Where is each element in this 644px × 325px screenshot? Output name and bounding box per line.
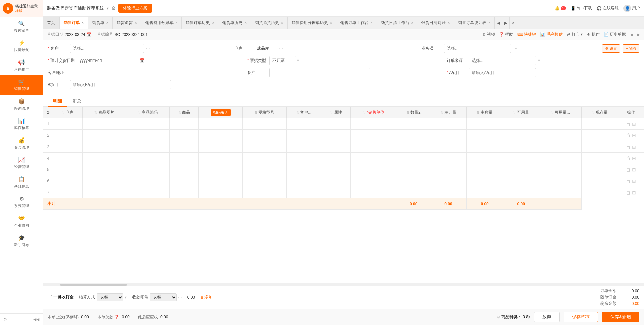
table-cell[interactable] [397, 141, 430, 153]
tab-首页[interactable]: 首页 [43, 17, 60, 29]
table-cell[interactable] [321, 118, 351, 130]
table-cell[interactable] [243, 187, 287, 198]
sidebar-collapse-icon[interactable]: ◀◀ [33, 317, 39, 322]
table-cell[interactable] [53, 118, 83, 130]
table-cell[interactable] [286, 118, 321, 130]
tab-销售订单历史[interactable]: 销售订单历史× [182, 17, 218, 29]
table-cell[interactable] [126, 153, 170, 164]
order-source-input[interactable] [469, 56, 536, 65]
detail-tab-汇总[interactable]: 汇总 [67, 96, 87, 107]
delete-icon[interactable]: 🗑 [626, 178, 631, 184]
table-cell[interactable] [169, 164, 199, 175]
sidebar-item-资金管理[interactable]: 💰 资金管理 [0, 134, 43, 153]
tab-next-btn[interactable]: ▶ [502, 17, 509, 29]
table-cell[interactable] [126, 118, 170, 130]
toolbar-next-btn[interactable]: ▶ [637, 32, 640, 37]
tab-销售订单工作台[interactable]: 销售订单工作台× [336, 17, 377, 29]
table-cell[interactable] [430, 141, 466, 153]
tab-销货单[interactable]: 销货单× [88, 17, 113, 29]
table-cell[interactable] [82, 153, 126, 164]
delivery-calendar-icon[interactable]: 📅 [139, 58, 144, 63]
table-container[interactable]: ⚙⇅ 仓库⇅ 商品图片⇅ 商品编码⇅ 商品扫码录入⇅ 规格型号⇅ 客户...⇅ … [43, 107, 644, 283]
salesperson-input[interactable] [444, 44, 511, 53]
table-cell[interactable] [126, 130, 170, 141]
copy-icon[interactable]: ⊞ [632, 156, 636, 161]
warehouse-more-icon[interactable]: ··· [279, 46, 283, 51]
sort-icon[interactable]: ⇅ [551, 111, 554, 114]
delivery-date-input[interactable] [77, 56, 137, 65]
calendar-icon[interactable]: 📅 [86, 32, 91, 37]
table-cell[interactable] [126, 175, 170, 187]
save-new-button[interactable]: 保存&新增 [602, 312, 639, 322]
tab-销货退货[interactable]: 销货退货× [113, 17, 141, 29]
customer-more-icon[interactable]: ··· [146, 46, 150, 51]
notification-item[interactable]: 🔔 9 [555, 6, 566, 11]
table-cell[interactable] [82, 164, 126, 175]
table-cell[interactable] [243, 153, 287, 164]
delete-icon[interactable]: 🗑 [626, 167, 631, 172]
settings-corner-btn[interactable]: ⚙ 设置 [602, 44, 620, 53]
table-cell[interactable] [581, 118, 618, 130]
table-cell[interactable] [126, 141, 170, 153]
help-link[interactable]: ❓ 帮助 [499, 32, 513, 37]
sort-icon[interactable]: ⇅ [592, 111, 595, 114]
table-cell[interactable] [321, 175, 351, 187]
sort-icon[interactable]: ⇅ [296, 111, 299, 114]
sort-icon[interactable]: ⇅ [363, 111, 366, 114]
table-cell[interactable] [397, 130, 430, 141]
tab-close-icon[interactable]: × [281, 21, 283, 25]
sidebar-item-快捷导航[interactable]: ⚡ 快捷导航 [0, 36, 43, 56]
table-cell[interactable] [539, 141, 581, 153]
table-cell[interactable] [430, 130, 466, 141]
table-cell[interactable] [350, 130, 397, 141]
app-download-item[interactable]: 📱 App下载 [571, 5, 592, 11]
table-cell[interactable] [539, 175, 581, 187]
table-cell[interactable] [350, 118, 397, 130]
table-cell[interactable] [243, 118, 287, 130]
table-cell[interactable] [199, 118, 243, 130]
table-cell[interactable] [466, 175, 503, 187]
table-cell[interactable] [82, 130, 126, 141]
delete-icon[interactable]: 🗑 [626, 144, 631, 150]
tab-close-icon[interactable]: × [488, 21, 490, 25]
delete-icon[interactable]: 🗑 [626, 121, 631, 127]
user-item[interactable]: 👤 用户 [623, 5, 640, 12]
tab-close-icon[interactable]: × [106, 21, 108, 25]
sidebar-item-基础信息[interactable]: 📋 基础信息 [0, 173, 43, 192]
table-cell[interactable] [169, 153, 199, 164]
table-cell[interactable] [466, 164, 503, 175]
table-cell[interactable] [243, 175, 287, 187]
table-cell[interactable] [199, 153, 243, 164]
table-cell[interactable] [126, 187, 170, 198]
add-item-btn[interactable]: + 物流 [623, 44, 639, 53]
profit-link[interactable]: 📊 毛利预估 [540, 32, 562, 37]
save-draft-button[interactable]: 保存草稿 [564, 312, 598, 322]
sidebar-item-新手引导[interactable]: 🎓 新手引导 [0, 231, 43, 251]
invoice-dropdown-icon[interactable]: ▾ [297, 58, 299, 63]
copy-icon[interactable]: ⊞ [632, 133, 636, 138]
table-cell[interactable] [350, 187, 397, 198]
table-cell[interactable] [286, 175, 321, 187]
discard-button[interactable]: 放弃 [534, 312, 560, 322]
sidebar-settings-icon[interactable]: ⚙ [3, 317, 7, 322]
table-cell[interactable] [82, 175, 126, 187]
sidebar-item-经营管理[interactable]: 📈 经营管理 [0, 153, 43, 173]
table-cell[interactable] [286, 130, 321, 141]
table-cell[interactable] [503, 164, 539, 175]
salesperson-more-icon[interactable]: ··· [513, 46, 517, 51]
system-name-dropdown-icon[interactable]: ▾ [107, 6, 109, 11]
table-cell[interactable] [397, 164, 430, 175]
table-cell[interactable] [286, 153, 321, 164]
detail-tab-明细[interactable]: 明细 [48, 96, 67, 107]
table-cell[interactable] [53, 130, 83, 141]
solution-button[interactable]: 体验行业方案 [118, 4, 152, 13]
table-cell[interactable] [53, 175, 83, 187]
table-cell[interactable] [350, 153, 397, 164]
table-cell[interactable] [503, 141, 539, 153]
copy-icon[interactable]: ⊞ [632, 178, 636, 184]
table-cell[interactable] [199, 187, 243, 198]
table-cell[interactable] [286, 164, 321, 175]
settings-icon[interactable]: ⚙ [111, 5, 116, 11]
table-cell[interactable] [53, 187, 83, 198]
video-link[interactable]: ⊙ 视频 [482, 32, 495, 37]
